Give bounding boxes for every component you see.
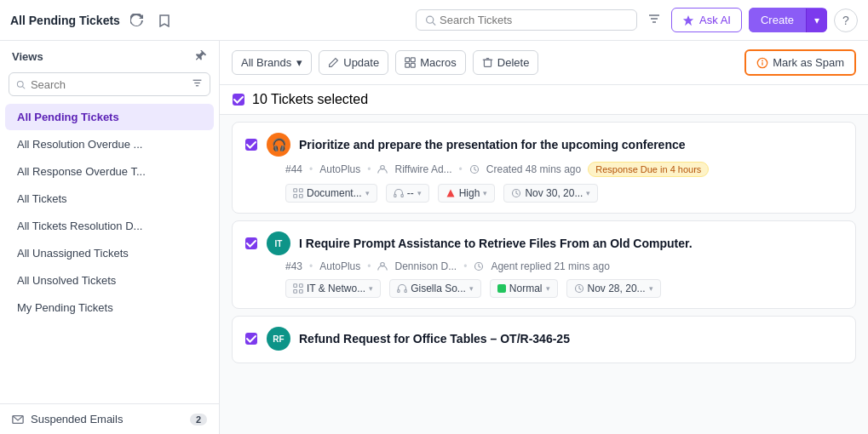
ask-ai-button[interactable]: Ask AI [671, 8, 742, 32]
sidebar-item[interactable]: All Tickets [5, 186, 214, 212]
help-button[interactable]: ? [834, 9, 858, 32]
update-button[interactable]: Update [319, 50, 388, 75]
svg-rect-38 [300, 284, 303, 288]
ticket-1-tag-agent-label: -- [407, 187, 414, 199]
sidebar-item[interactable]: All Response Overdue T... [5, 158, 214, 185]
tickets-list: 🎧 Prioritize and prepare the presentatio… [220, 115, 868, 434]
nav-title: All Pending Tickets [10, 14, 120, 27]
svg-rect-12 [405, 58, 410, 62]
mark-as-spam-button[interactable]: Mark as Spam [744, 49, 856, 76]
sidebar-item[interactable]: All Unsolved Tickets [5, 267, 214, 294]
clock-tag-icon-2 [574, 283, 584, 294]
ticket-card-2: IT I Require Prompt Assistance to Retrie… [232, 220, 856, 309]
sidebar-item[interactable]: All Resolution Overdue ... [5, 131, 214, 157]
sidebar-item[interactable]: All Unassigned Tickets [5, 240, 214, 266]
ticket-1-time: Created 48 mins ago [486, 163, 581, 175]
ticket-2-tag-priority[interactable]: Normal ▾ [490, 279, 558, 298]
sidebar-filter-button[interactable] [192, 77, 203, 91]
selected-checkbox-icon [232, 93, 245, 106]
svg-rect-26 [294, 189, 297, 192]
search-tickets-input[interactable] [440, 14, 628, 26]
delete-button[interactable]: Delete [473, 50, 539, 75]
create-dropdown-button[interactable]: ▾ [806, 9, 827, 32]
ticket-2-tag-agent[interactable]: Gisella So... ▾ [389, 279, 481, 298]
svg-rect-42 [405, 290, 406, 293]
ticket-1-clock-icon [469, 164, 480, 174]
sidebar-search-wrap [9, 72, 210, 96]
bookmark-icon [158, 14, 171, 27]
create-btn-group: Create ▾ [749, 8, 827, 32]
ticket-1-brand: AutoPlus [319, 163, 360, 175]
macros-button[interactable]: Macros [395, 50, 466, 75]
ticket-3-title: Refund Request for Office Tables – OT/R-… [299, 332, 843, 345]
chevron-icon-5: ▾ [369, 284, 373, 293]
ticket-3-checkbox[interactable] [244, 332, 258, 345]
sidebar-pin-button[interactable] [195, 49, 207, 64]
svg-rect-31 [401, 195, 403, 197]
bookmark-button[interactable] [154, 10, 175, 31]
ai-icon [682, 14, 694, 26]
ticket-card: 🎧 Prioritize and prepare the presentatio… [232, 122, 856, 214]
ticket-2-priority-label: Normal [509, 283, 543, 294]
brands-dropdown[interactable]: All Brands ▾ [232, 50, 312, 75]
delete-label: Delete [497, 56, 530, 69]
ticket-1-tag-priority[interactable]: High ▾ [438, 184, 496, 203]
filter-button[interactable] [644, 9, 664, 31]
ticket-2-avatar: IT [267, 231, 290, 255]
ticket-1-user-icon [377, 164, 388, 174]
sidebar-footer: Suspended Emails 2 [0, 403, 219, 434]
chevron-icon: ▾ [365, 189, 370, 197]
ticket-2-dept-label: IT & Netwo... [307, 283, 365, 294]
filter-icon [647, 12, 661, 26]
ticket-1-checkbox[interactable] [244, 138, 258, 151]
ticket-2-tag-date[interactable]: Nov 28, 20... ▾ [566, 279, 661, 298]
refresh-button[interactable] [127, 10, 147, 31]
chevron-icon-4: ▾ [586, 189, 590, 197]
svg-rect-27 [300, 189, 303, 192]
headphones-icon [394, 188, 404, 198]
ticket-2-brand: AutoPlus [319, 260, 360, 272]
ticket-1-tag-document[interactable]: Document... ▾ [285, 184, 377, 203]
svg-line-1 [433, 22, 435, 25]
search-nav-icon [425, 14, 436, 26]
svg-rect-13 [411, 58, 415, 62]
create-main-button[interactable]: Create [749, 8, 806, 32]
ticket-2-user-icon [377, 261, 388, 271]
ticket-2-clock-icon [474, 261, 484, 271]
ticket-1-tag-doc-label: Document... [307, 187, 362, 199]
edit-icon [328, 57, 339, 68]
sidebar-item[interactable]: All Pending Tickets [5, 104, 214, 130]
sidebar-item[interactable]: All Tickets Resolution D... [5, 213, 214, 239]
ticket-2-time: Agent replied 21 mins ago [491, 260, 609, 272]
chevron-icon-3: ▾ [483, 189, 487, 197]
sidebar-item[interactable]: My Pending Tickets [5, 294, 214, 321]
ticket-1-tag-date[interactable]: Nov 30, 20... ▾ [503, 184, 598, 203]
chevron-icon-2: ▾ [417, 189, 422, 197]
search-bar-wrap [416, 9, 637, 31]
ticket-2-tag-dept[interactable]: IT & Netwo... ▾ [285, 279, 381, 298]
trash-icon [482, 57, 493, 68]
ticket-card-3: RF Refund Request for Office Tables – OT… [232, 316, 856, 363]
ticket-2-checkbox[interactable] [244, 237, 258, 250]
ticket-1-date-label: Nov 30, 20... [525, 187, 583, 199]
top-nav: All Pending Tickets Ask AI Create ▾ [0, 0, 868, 41]
ticket-2-assignee: Dennison D... [394, 260, 457, 272]
svg-line-7 [22, 86, 25, 89]
ticket-2-agent-label: Gisella So... [411, 283, 466, 294]
svg-rect-29 [300, 195, 303, 198]
toolbar: All Brands ▾ Update Macros [220, 41, 868, 85]
sidebar-items: All Pending TicketsAll Resolution Overdu… [0, 103, 219, 403]
suspended-emails-item[interactable]: Suspended Emails [12, 413, 123, 425]
priority-normal-dot [497, 284, 506, 293]
suspended-emails-badge: 2 [190, 414, 207, 425]
ticket-3-avatar: RF [267, 327, 290, 351]
ticket-1-tag-agent[interactable]: -- ▾ [386, 184, 429, 203]
svg-marker-32 [446, 190, 454, 197]
ticket-header-2: IT I Require Prompt Assistance to Retrie… [244, 231, 843, 255]
svg-point-21 [762, 60, 763, 61]
svg-rect-39 [294, 290, 297, 294]
ask-ai-label: Ask AI [699, 14, 731, 26]
help-icon: ? [842, 14, 849, 27]
sidebar-search-input[interactable] [31, 78, 187, 91]
sidebar-search-icon [16, 79, 26, 90]
